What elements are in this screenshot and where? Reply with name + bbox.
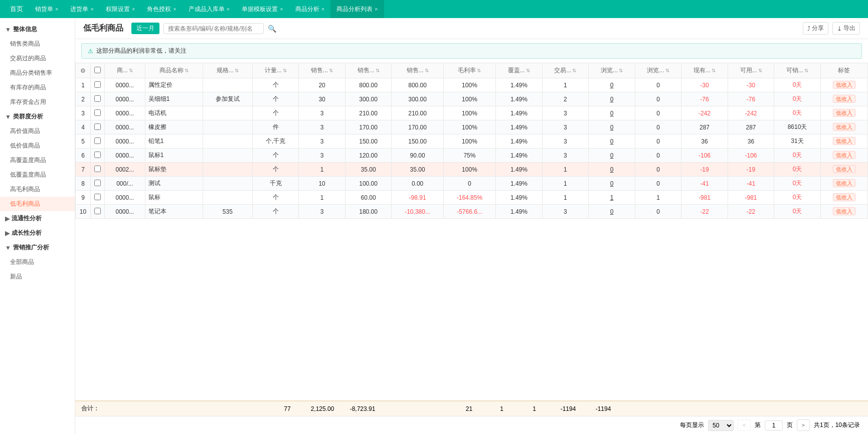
main-content: 低毛利商品 近一月 🔍 ⤴ 分享 ⤓ 导出 ⚠ 这部分商品的利润非常低，请关注: [75, 18, 868, 434]
row-sales-price: 170.00: [345, 120, 392, 134]
search-icon-button[interactable]: 🔍: [268, 25, 276, 33]
nav-close-roles[interactable]: ×: [173, 6, 176, 12]
sidebar-item-low-coverage[interactable]: 低覆盖度商品: [0, 168, 75, 182]
row-transactions: 1: [542, 163, 589, 177]
nav-close-purchase[interactable]: ×: [90, 6, 93, 12]
row-checkbox[interactable]: [91, 205, 105, 219]
sidebar-item-all-goods[interactable]: 全部商品: [0, 255, 75, 269]
row-available-stock: 287: [728, 120, 774, 134]
sidebar-group-growth[interactable]: ▶ 成长性分析: [0, 226, 75, 240]
prev-page-button[interactable]: ＜: [738, 419, 751, 431]
row-views2: 0: [635, 120, 681, 134]
col-sellable-days[interactable]: 可销...⇅: [774, 63, 821, 78]
row-views1[interactable]: 0: [589, 205, 635, 219]
nav-sales[interactable]: 销货单 ×: [29, 0, 64, 18]
table-footer: 合计： 77 2,125.00 -8,723.91 21 1 1 -1194 -…: [75, 400, 868, 416]
sidebar-item-high-coverage[interactable]: 高覆盖度商品: [0, 153, 75, 168]
col-gross-margin[interactable]: 毛利率⇅: [443, 63, 495, 78]
col-views1[interactable]: 浏览...⇅: [589, 63, 635, 78]
row-checkbox[interactable]: [91, 134, 105, 149]
row-views1[interactable]: 0: [589, 92, 635, 106]
share-button[interactable]: ⤴ 分享: [803, 22, 828, 35]
nav-template[interactable]: 单据模板设置 ×: [236, 0, 289, 18]
col-name[interactable]: 商品名称⇅: [145, 63, 203, 78]
nav-purchase[interactable]: 进货单 ×: [64, 0, 99, 18]
row-checkbox[interactable]: [91, 163, 105, 177]
nav-close-goods-analysis-list[interactable]: ×: [375, 6, 378, 12]
search-input[interactable]: [163, 23, 264, 34]
nav-close-product-inbound[interactable]: ×: [227, 6, 230, 12]
sidebar-item-high-value[interactable]: 高价值商品: [0, 124, 75, 138]
row-views1[interactable]: 0: [589, 177, 635, 191]
row-sales-qty: 3: [299, 205, 345, 219]
select-all-checkbox[interactable]: [94, 67, 101, 73]
col-code[interactable]: 商...⇅: [105, 63, 145, 78]
row-checkbox[interactable]: [91, 92, 105, 106]
col-spec[interactable]: 规格...⇅: [203, 63, 252, 78]
row-views1[interactable]: 1: [589, 191, 635, 205]
sidebar-group-cluster[interactable]: ▼ 类群度分析: [0, 109, 75, 124]
nav-permissions[interactable]: 权限设置 ×: [100, 0, 141, 18]
row-tag: 低收入: [820, 163, 867, 177]
col-checkbox[interactable]: [91, 63, 105, 78]
nav-close-template[interactable]: ×: [280, 6, 283, 12]
sidebar-item-low-value[interactable]: 低价值商品: [0, 138, 75, 153]
row-coverage: 1.49%: [496, 106, 543, 120]
page-input[interactable]: [765, 420, 783, 430]
sidebar-item-high-margin[interactable]: 高毛利商品: [0, 182, 75, 197]
row-name: 铅笔1: [145, 134, 203, 149]
row-views1[interactable]: 0: [589, 106, 635, 120]
row-views1[interactable]: 0: [589, 149, 635, 163]
row-views1[interactable]: 0: [589, 163, 635, 177]
sidebar-group-marketing[interactable]: ▼ 营销推广分析: [0, 240, 75, 255]
row-views1[interactable]: 0: [589, 120, 635, 134]
col-unit[interactable]: 计量...⇅: [252, 63, 299, 78]
col-settings[interactable]: ⚙: [76, 63, 91, 78]
row-checkbox[interactable]: [91, 120, 105, 134]
col-transactions[interactable]: 交易...⇅: [542, 63, 589, 78]
settings-icon[interactable]: ⚙: [80, 67, 86, 74]
sidebar-item-traded-goods[interactable]: 交易过的商品: [0, 51, 75, 66]
nav-roles[interactable]: 角色授权 ×: [141, 0, 182, 18]
row-checkbox[interactable]: [91, 191, 105, 205]
export-button[interactable]: ⤓ 导出: [832, 22, 860, 35]
sidebar-item-category-rate[interactable]: 商品分类销售率: [0, 66, 75, 80]
col-available-stock[interactable]: 可用...⇅: [728, 63, 774, 78]
col-sales-qty[interactable]: 销售...⇅: [299, 63, 345, 78]
row-gross-margin: 100%: [443, 120, 495, 134]
sidebar-item-sales-goods[interactable]: 销售类商品: [0, 37, 75, 51]
sidebar-item-stocked-goods[interactable]: 有库存的商品: [0, 80, 75, 95]
nav-close-goods-analysis[interactable]: ×: [321, 6, 324, 12]
col-views2[interactable]: 浏览...⇅: [635, 63, 681, 78]
col-sales-profit[interactable]: 销售...⇅: [392, 63, 443, 78]
row-coverage: 1.49%: [496, 120, 543, 134]
row-checkbox[interactable]: [91, 106, 105, 120]
nav-product-inbound[interactable]: 产成品入库单 ×: [183, 0, 236, 18]
sidebar-item-low-margin[interactable]: 低毛利商品: [0, 197, 75, 211]
col-tag[interactable]: 标签: [820, 63, 867, 78]
sidebar-item-inventory-fund[interactable]: 库存资金占用: [0, 95, 75, 109]
row-transactions: 3: [542, 134, 589, 149]
nav-goods-analysis-list[interactable]: 商品分析列表 ×: [330, 0, 384, 18]
col-coverage[interactable]: 覆盖...⇅: [496, 63, 543, 78]
sidebar-item-new-goods[interactable]: 新品: [0, 269, 75, 284]
nav-close-permissions[interactable]: ×: [132, 6, 135, 12]
row-checkbox[interactable]: [91, 78, 105, 92]
sidebar-group-overall[interactable]: ▼ 整体信息: [0, 22, 75, 37]
col-sales-price[interactable]: 销售...⇅: [345, 63, 392, 78]
sidebar-group-flow[interactable]: ▶ 流通性分析: [0, 211, 75, 226]
nav-goods-analysis[interactable]: 商品分析 ×: [289, 0, 330, 18]
row-sales-profit: 90.00: [392, 149, 443, 163]
row-views1[interactable]: 0: [589, 78, 635, 92]
row-code: 0000...: [105, 106, 145, 120]
row-checkbox[interactable]: [91, 177, 105, 191]
row-views1[interactable]: 0: [589, 134, 635, 149]
nav-home[interactable]: 首页: [4, 0, 29, 18]
row-unit: 个: [252, 149, 299, 163]
col-current-stock[interactable]: 现有...⇅: [681, 63, 728, 78]
row-checkbox[interactable]: [91, 149, 105, 163]
nav-close-sales[interactable]: ×: [55, 6, 58, 12]
date-filter-button[interactable]: 近一月: [131, 23, 159, 34]
per-page-select[interactable]: 50 100 200: [708, 420, 734, 431]
next-page-button[interactable]: ＞: [797, 419, 810, 431]
